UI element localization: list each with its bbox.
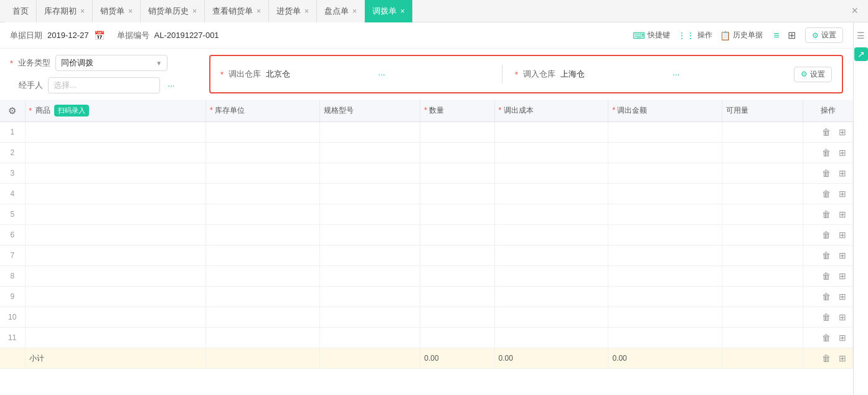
copy-row-icon[interactable]: ⊞ [836, 167, 849, 179]
row-amount[interactable] [608, 245, 722, 266]
delete-row-icon[interactable]: 🗑 [820, 229, 833, 241]
tab-transfer-order-close[interactable]: × [400, 7, 405, 16]
row-cost[interactable] [494, 204, 608, 225]
row-cost[interactable] [494, 163, 608, 184]
row-unit[interactable] [205, 307, 319, 328]
row-unit[interactable] [205, 143, 319, 163]
row-qty[interactable] [420, 163, 494, 184]
row-amount[interactable] [608, 184, 722, 204]
transfer-in-input[interactable] [560, 70, 665, 79]
row-spec[interactable] [319, 184, 420, 204]
row-spec[interactable] [319, 143, 420, 163]
row-available[interactable] [722, 307, 803, 328]
row-spec[interactable] [319, 245, 420, 266]
row-available[interactable] [722, 245, 803, 266]
row-qty[interactable] [420, 143, 494, 163]
row-unit[interactable] [205, 266, 319, 287]
row-cost[interactable] [494, 122, 608, 143]
delete-row-icon[interactable]: 🗑 [820, 290, 833, 303]
row-spec[interactable] [319, 163, 420, 184]
row-unit[interactable] [205, 184, 319, 204]
row-product[interactable] [25, 225, 205, 245]
row-cost[interactable] [494, 184, 608, 204]
row-cost[interactable] [494, 143, 608, 163]
row-cost[interactable] [494, 287, 608, 307]
row-product[interactable] [25, 184, 205, 204]
row-spec[interactable] [319, 122, 420, 143]
row-spec[interactable] [319, 328, 420, 348]
delete-row-icon[interactable]: 🗑 [820, 331, 833, 344]
sidebar-list-icon[interactable]: ☰ [854, 29, 868, 42]
grid-view-icon[interactable]: ⊞ [785, 29, 798, 42]
delete-row-icon[interactable]: 🗑 [820, 167, 833, 179]
warehouse-settings-btn[interactable]: ⚙ 设置 [794, 67, 832, 82]
row-qty[interactable] [420, 204, 494, 225]
tab-home[interactable]: 首页 [5, 0, 37, 22]
shortcut-btn[interactable]: ⌨ 快捷键 [633, 30, 670, 40]
row-amount[interactable] [608, 328, 722, 348]
row-amount[interactable] [608, 204, 722, 225]
row-unit[interactable] [205, 122, 319, 143]
row-cost[interactable] [494, 328, 608, 348]
tab-sales-history-close[interactable]: × [192, 7, 197, 16]
tab-purchase-order-close[interactable]: × [304, 7, 309, 16]
row-qty[interactable] [420, 122, 494, 143]
copy-row-icon[interactable]: ⊞ [836, 188, 849, 200]
delete-row-icon[interactable]: 🗑 [820, 311, 833, 323]
copy-row-icon[interactable]: ⊞ [836, 331, 849, 344]
scan-btn[interactable]: 扫码录入 [54, 105, 89, 117]
table-settings-icon[interactable]: ⚙ [8, 105, 16, 116]
row-spec[interactable] [319, 266, 420, 287]
person-more-btn[interactable]: ··· [167, 80, 175, 90]
row-cost[interactable] [494, 225, 608, 245]
row-unit[interactable] [205, 287, 319, 307]
row-spec[interactable] [319, 225, 420, 245]
subtotal-delete-icon[interactable]: 🗑 [820, 352, 833, 364]
row-qty[interactable] [420, 184, 494, 204]
copy-row-icon[interactable]: ⊞ [836, 208, 849, 221]
row-product[interactable] [25, 307, 205, 328]
calendar-icon[interactable]: 📅 [94, 31, 105, 40]
row-amount[interactable] [608, 225, 722, 245]
row-amount[interactable] [608, 143, 722, 163]
transfer-in-more-btn[interactable]: ··· [672, 69, 680, 79]
row-product[interactable] [25, 266, 205, 287]
tab-view-sales[interactable]: 查看销货单 × [205, 0, 269, 22]
tab-purchase-order[interactable]: 进货单 × [269, 0, 317, 22]
tab-view-sales-close[interactable]: × [257, 7, 261, 16]
tab-transfer-order[interactable]: 调拨单 × [365, 0, 413, 22]
row-unit[interactable] [205, 225, 319, 245]
tab-inventory-init-close[interactable]: × [80, 7, 85, 16]
row-cost[interactable] [494, 307, 608, 328]
row-amount[interactable] [608, 307, 722, 328]
row-amount[interactable] [608, 122, 722, 143]
row-cost[interactable] [494, 266, 608, 287]
list-view-icon[interactable]: ≡ [770, 29, 783, 42]
tab-sales-order[interactable]: 销货单 × [93, 0, 141, 22]
copy-row-icon[interactable]: ⊞ [836, 126, 849, 138]
row-available[interactable] [722, 204, 803, 225]
row-available[interactable] [722, 225, 803, 245]
row-product[interactable] [25, 204, 205, 225]
th-settings[interactable]: ⚙ [0, 100, 25, 122]
copy-row-icon[interactable]: ⊞ [836, 311, 849, 323]
row-product[interactable] [25, 245, 205, 266]
delete-row-icon[interactable]: 🗑 [820, 208, 833, 221]
delete-row-icon[interactable]: 🗑 [820, 146, 833, 159]
row-available[interactable] [722, 143, 803, 163]
delete-row-icon[interactable]: 🗑 [820, 126, 833, 138]
row-product[interactable] [25, 122, 205, 143]
row-qty[interactable] [420, 266, 494, 287]
row-spec[interactable] [319, 287, 420, 307]
row-available[interactable] [722, 287, 803, 307]
row-spec[interactable] [319, 307, 420, 328]
row-spec[interactable] [319, 204, 420, 225]
window-close-button[interactable]: × [846, 4, 863, 17]
tab-inventory-init[interactable]: 库存期初 × [37, 0, 93, 22]
delete-row-icon[interactable]: 🗑 [820, 249, 833, 262]
copy-row-icon[interactable]: ⊞ [836, 290, 849, 303]
row-available[interactable] [722, 122, 803, 143]
copy-row-icon[interactable]: ⊞ [836, 146, 849, 159]
row-amount[interactable] [608, 163, 722, 184]
tab-inventory-check[interactable]: 盘点单 × [317, 0, 365, 22]
